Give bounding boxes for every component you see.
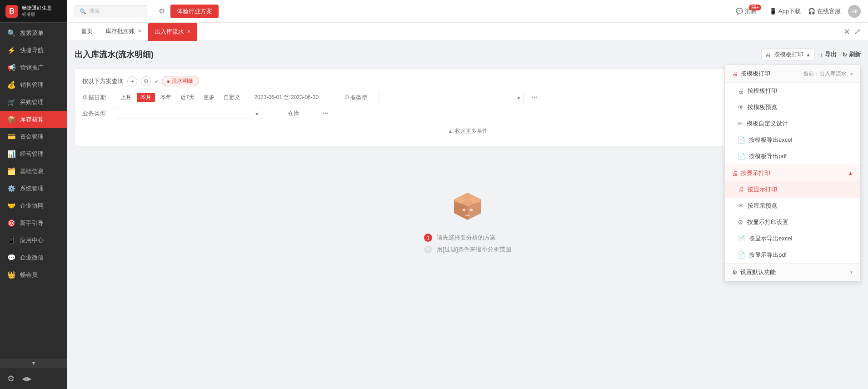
date-opt-last-month[interactable]: 上月 (117, 93, 135, 102)
sidebar-item-inventory[interactable]: 📦 库存核算 (0, 111, 67, 128)
doc-type-select-wrapper (379, 92, 524, 103)
marketing-icon: 📢 (7, 64, 15, 72)
sidebar-item-app-center[interactable]: 📱 应用中心 (0, 232, 67, 249)
tab-right-btns: ✕ ⤢ (843, 27, 861, 37)
display-settings-icon: ⚙ (738, 219, 743, 226)
sidebar-item-sales[interactable]: 💰 销售管理 (0, 76, 67, 94)
filter-collapse-btn[interactable]: « (155, 78, 158, 85)
search-box[interactable]: 🔍 搜索 (75, 5, 147, 17)
dropdown-item-display-preview[interactable]: 👁 按显示预览 (725, 198, 860, 214)
main-area: 🔍 搜索 ⚙ 体验行业方案 💬 消息 99+ 📱 App下载 🎧 在线客服 Ri… (67, 0, 868, 389)
dropdown-display-section[interactable]: 🖨 按显示打印 ▲ (725, 165, 860, 181)
date-opt-this-year[interactable]: 本年 (157, 93, 175, 102)
user-avatar[interactable]: Rit (848, 5, 861, 18)
page-content: 出入库流水(流水明细) 🖨 按模板打印 ▲ ↑ 导出 ↻ 刷新 (67, 41, 868, 389)
logo-text: 畅捷通好生意 标准版 (22, 5, 52, 18)
date-label: 单据日期 (82, 94, 110, 102)
filter-add-btn[interactable]: + (127, 76, 137, 86)
tab-expand[interactable]: ⤢ (854, 27, 861, 37)
dropdown-item-template-preview[interactable]: 👁 按模板预览 (725, 99, 860, 115)
template-custom-icon: ✏ (738, 120, 743, 127)
export-btn[interactable]: ↑ 导出 (820, 50, 837, 59)
biz-type-select[interactable] (117, 108, 262, 119)
dropdown-item-template-excel[interactable]: 📄 按模板导出excel (725, 132, 860, 148)
print-section-icon: 🖨 (732, 70, 738, 77)
step-1-num: 1 (424, 234, 432, 242)
date-range-display: 2023-06-01 至 2023-06-30 (254, 94, 319, 101)
dropdown-panel: 🖨 按模板打印 当前：出入库流水 ▾ 🖨 按模板打印 👁 按模板预览 ✏ 模板自… (724, 65, 861, 281)
sidebar-item-operations[interactable]: 📊 经营管理 (0, 145, 67, 163)
settings-icon[interactable]: ⚙ (7, 374, 15, 384)
sidebar-toggle-icon[interactable]: ◀▶ (22, 375, 32, 382)
sidebar-nav: 🔍 搜索菜单 ⚡ 快捷导航 📢 营销推广 💰 销售管理 🛒 采购管理 📦 库存核… (0, 23, 67, 359)
warehouse-more-icon[interactable]: ••• (322, 110, 329, 117)
sidebar-item-basic[interactable]: 🗂️ 基础信息 (0, 163, 67, 180)
tab-bar: 首页 库存批次账 ✕ 出入库流水 ✕ ✕ ⤢ (67, 23, 868, 41)
display-excel-icon: 📄 (738, 235, 745, 242)
app-download-icon: 📱 (769, 8, 777, 15)
dropdown-item-display-settings[interactable]: ⚙ 按显示打印设置 (725, 214, 860, 230)
online-service-btn[interactable]: 🎧 在线客服 (808, 7, 841, 15)
enterprise-icon: 🤝 (7, 202, 15, 210)
dropdown-item-display-pdf[interactable]: 📄 按显示导出pdf (725, 247, 860, 263)
display-pdf-icon: 📄 (738, 251, 745, 259)
sidebar-item-search[interactable]: 🔍 搜索菜单 (0, 25, 67, 42)
filter-tag[interactable]: ● 流水明细 (162, 76, 199, 86)
dropdown-item-display-excel[interactable]: 📄 按显示导出excel (725, 230, 860, 247)
empty-step-2: 2 用[过滤]条件来缩小分析范围 (424, 245, 511, 254)
operations-icon: 📊 (7, 150, 15, 158)
sidebar-item-marketing[interactable]: 📢 营销推广 (0, 59, 67, 76)
display-preview-icon: 👁 (738, 202, 744, 209)
template-excel-icon: 📄 (738, 136, 745, 144)
message-btn[interactable]: 💬 消息 99+ (736, 7, 757, 15)
message-badge: 99+ (749, 5, 761, 10)
message-icon: 💬 (736, 8, 743, 15)
tab-home[interactable]: 首页 (75, 23, 99, 41)
basic-icon: 🗂️ (7, 167, 15, 175)
sidebar-item-member[interactable]: 👑 畅会员 (0, 266, 67, 284)
sales-icon: 💰 (7, 81, 15, 89)
date-opt-more[interactable]: 更多 (200, 93, 218, 102)
logo-icon: B (5, 5, 18, 18)
tab-flow-close[interactable]: ✕ (187, 29, 191, 35)
system-icon: ⚙️ (7, 185, 15, 193)
chevron-up-icon: ▲ (806, 52, 811, 57)
print-template-btn[interactable]: 🖨 按模板打印 ▲ (761, 48, 815, 61)
page-title-right: 🖨 按模板打印 ▲ ↑ 导出 ↻ 刷新 (761, 48, 861, 61)
tab-batch-account-close[interactable]: ✕ (138, 28, 142, 34)
date-opt-this-month[interactable]: 本月 (137, 93, 155, 102)
dropdown-item-template-print[interactable]: 🖨 按模板打印 (725, 83, 860, 99)
dropdown-footer[interactable]: ⚙ 设置默认功能 ▾ (725, 263, 860, 281)
dropdown-chevron-down: ▾ (850, 71, 853, 77)
settings-default-icon: ⚙ (732, 269, 738, 276)
tab-flow[interactable]: 出入库流水 ✕ (148, 23, 197, 41)
refresh-btn[interactable]: ↻ 刷新 (842, 50, 861, 59)
sidebar: B 畅捷通好生意 标准版 🔍 搜索菜单 ⚡ 快捷导航 📢 营销推广 💰 销售管理… (0, 0, 67, 389)
app-download-btn[interactable]: 📱 App下载 (769, 7, 801, 15)
refresh-icon: ↻ (842, 51, 847, 58)
purchase-icon: 🛒 (7, 98, 15, 106)
doc-type-label: 单据类型 (344, 94, 371, 102)
sidebar-item-guide[interactable]: 🎯 新手引导 (0, 214, 67, 232)
sidebar-item-finance[interactable]: 💳 资金管理 (0, 128, 67, 145)
header-gear-icon[interactable]: ⚙ (159, 7, 165, 15)
doc-type-more-icon[interactable]: ••• (531, 94, 538, 101)
doc-type-select[interactable] (379, 92, 524, 103)
trial-btn[interactable]: 体验行业方案 (170, 5, 219, 18)
filter-settings-btn[interactable]: ⚙ (141, 76, 151, 86)
sidebar-item-quick-nav[interactable]: ⚡ 快捷导航 (0, 42, 67, 59)
sidebar-item-enterprise[interactable]: 🤝 企业协同 (0, 197, 67, 214)
dropdown-item-template-custom[interactable]: ✏ 模板自定义设计 (725, 115, 860, 132)
header-right: 💬 消息 99+ 📱 App下载 🎧 在线客服 Rit (736, 5, 861, 18)
sidebar-item-purchase[interactable]: 🛒 采购管理 (0, 94, 67, 111)
date-opt-custom[interactable]: 自定义 (220, 93, 244, 102)
tab-close-all[interactable]: ✕ (843, 27, 850, 37)
svg-point-5 (463, 209, 465, 211)
sidebar-item-system[interactable]: ⚙️ 系统管理 (0, 180, 67, 197)
dropdown-item-template-pdf[interactable]: 📄 按模板导出pdf (725, 148, 860, 165)
sidebar-item-wecom[interactable]: 💬 企业微信 (0, 249, 67, 266)
dropdown-item-display-print[interactable]: 🖨 按显示打印 (725, 181, 860, 198)
tab-batch-account[interactable]: 库存批次账 ✕ (99, 23, 148, 41)
date-opt-7days[interactable]: 近7天 (177, 93, 198, 102)
sidebar-scroll-down[interactable]: ▼ (0, 359, 67, 368)
